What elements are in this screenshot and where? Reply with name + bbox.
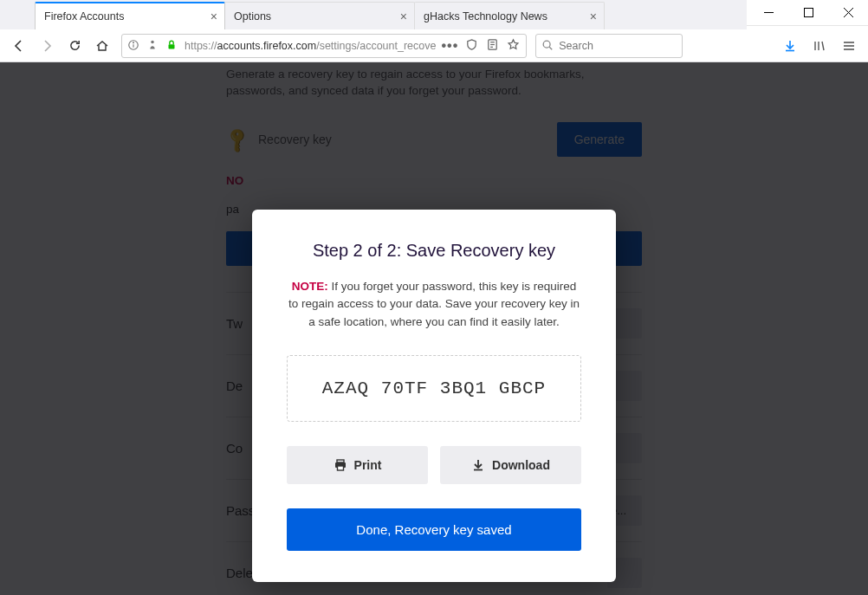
lock-icon	[165, 39, 179, 53]
close-icon[interactable]: ×	[400, 10, 407, 23]
back-button[interactable]	[7, 34, 31, 58]
modal-title: Step 2 of 2: Save Recovery key	[287, 241, 581, 261]
close-icon[interactable]: ×	[590, 10, 597, 23]
menu-button[interactable]	[837, 34, 861, 58]
url-bar[interactable]: https://accounts.firefox.com/settings/ac…	[121, 34, 527, 58]
print-icon	[334, 458, 347, 472]
search-bar[interactable]	[535, 34, 683, 58]
tab-label: Firefox Accounts	[44, 10, 124, 23]
close-window-button[interactable]	[828, 0, 868, 26]
url-text: https://accounts.firefox.com/settings/ac…	[185, 40, 436, 52]
reader-icon[interactable]	[486, 38, 500, 52]
download-icon	[471, 458, 485, 472]
search-icon	[541, 39, 554, 53]
svg-rect-24	[337, 466, 343, 470]
svg-point-6	[133, 42, 134, 42]
tab-label: Options	[234, 10, 271, 23]
tab-strip: Firefox Accounts × Options × gHacks Tech…	[0, 0, 747, 29]
urlbar-actions: •••	[441, 38, 521, 54]
reload-button[interactable]	[62, 34, 87, 58]
permissions-icon[interactable]	[146, 39, 160, 53]
library-button[interactable]	[807, 34, 832, 58]
svg-rect-22	[337, 460, 344, 462]
tab-options[interactable]: Options ×	[224, 2, 415, 29]
info-icon[interactable]	[127, 39, 141, 53]
more-icon[interactable]: •••	[441, 38, 458, 54]
home-button[interactable]	[90, 34, 114, 58]
downloads-button[interactable]	[778, 34, 802, 58]
search-input[interactable]	[559, 40, 677, 52]
svg-point-7	[151, 40, 154, 43]
viewport: Generate a recovery key to regain access…	[0, 62, 868, 595]
svg-point-13	[543, 41, 550, 48]
tab-label: gHacks Technology News	[424, 10, 547, 23]
tab-firefox-accounts[interactable]: Firefox Accounts ×	[35, 2, 225, 29]
done-button[interactable]: Done, Recovery key saved	[287, 508, 581, 551]
svg-line-14	[549, 47, 552, 49]
maximize-button[interactable]	[788, 0, 828, 26]
tab-ghacks[interactable]: gHacks Technology News ×	[414, 2, 605, 29]
recovery-key-modal: Step 2 of 2: Save Recovery key NOTE: If …	[252, 210, 616, 582]
svg-rect-1	[804, 9, 813, 17]
recovery-code: AZAQ 70TF 3BQ1 GBCP	[287, 355, 581, 422]
forward-button[interactable]	[35, 34, 59, 58]
print-button[interactable]: Print	[287, 446, 428, 484]
toolbar: https://accounts.firefox.com/settings/ac…	[0, 29, 868, 62]
svg-rect-8	[169, 44, 175, 49]
tracking-protection-icon[interactable]	[465, 38, 479, 52]
bookmark-star-icon[interactable]	[507, 38, 521, 52]
modal-note: NOTE: If you forget your password, this …	[287, 278, 581, 331]
download-button[interactable]: Download	[440, 446, 581, 484]
svg-line-18	[822, 42, 824, 50]
close-icon[interactable]: ×	[211, 10, 217, 23]
minimize-button[interactable]	[748, 0, 788, 26]
